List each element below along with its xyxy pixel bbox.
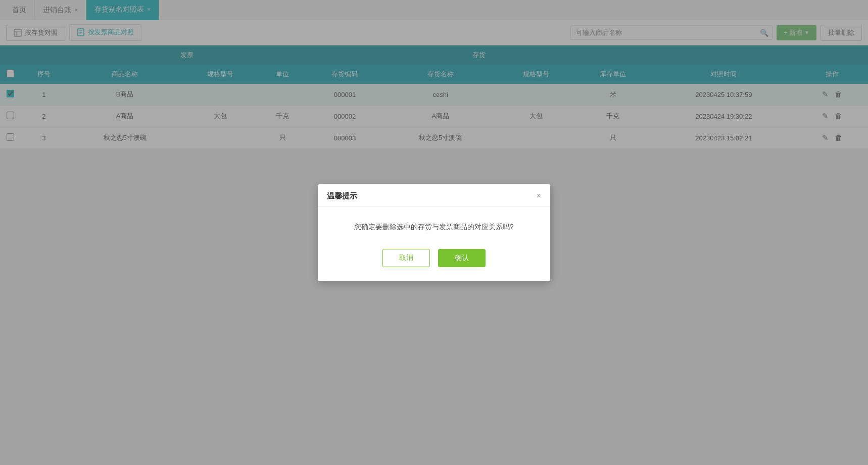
dialog-footer: 取消 确认: [318, 244, 550, 281]
dialog-title: 温馨提示: [327, 191, 357, 201]
dialog-body: 您确定要删除选中的存货与发票商品的对应关系吗?: [318, 206, 550, 244]
confirm-dialog: 温馨提示 × 您确定要删除选中的存货与发票商品的对应关系吗? 取消 确认: [318, 184, 550, 281]
dialog-message: 您确定要删除选中的存货与发票商品的对应关系吗?: [354, 223, 514, 231]
cancel-button[interactable]: 取消: [382, 249, 430, 267]
modal-overlay[interactable]: 温馨提示 × 您确定要删除选中的存货与发票商品的对应关系吗? 取消 确认: [0, 0, 868, 465]
dialog-close-button[interactable]: ×: [537, 192, 541, 200]
confirm-button[interactable]: 确认: [438, 249, 486, 267]
dialog-header: 温馨提示 ×: [318, 184, 550, 206]
